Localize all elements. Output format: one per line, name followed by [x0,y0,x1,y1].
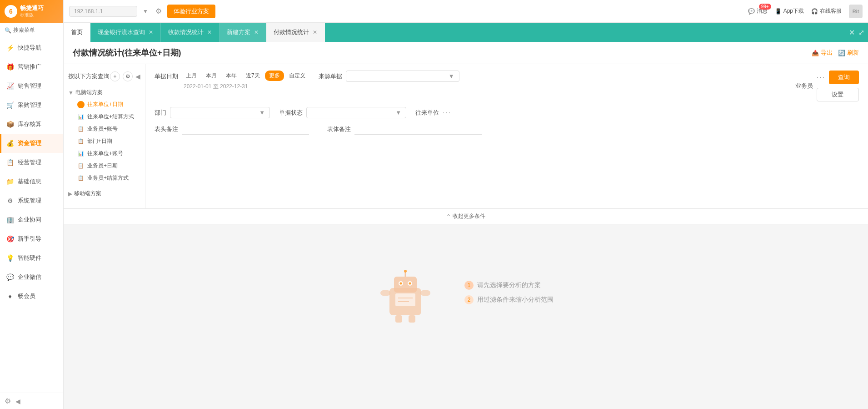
source-field: 来源单据 ▼ [319,71,786,82]
user-avatar[interactable]: Rit [849,5,863,18]
empty-state: 1 请先选择要分析的方案 2 用过滤条件来缩小分析范围 [378,270,554,315]
refresh-button[interactable]: 🔄 刷新 [838,49,859,57]
sidebar-item-jingying[interactable]: 📋 经营管理 [0,153,63,172]
date-field: 单据日期 上月 本月 本年 近7天 更多 自定义 [155,71,309,91]
tab-close-all[interactable]: ✕ [849,28,855,37]
date-btn-last-month[interactable]: 上月 [182,71,201,81]
status-field: 单据状态 ▼ [279,107,406,118]
online-service-action[interactable]: 🎧 在线客服 [811,7,842,15]
scheme-item-staff-account[interactable]: 📋 业务员+账号 [75,123,140,135]
date-btn-this-month[interactable]: 本月 [202,71,221,81]
messages-action[interactable]: 💬 消息 99+ [748,7,768,15]
sidebar-item-kucun[interactable]: 📦 库存核算 [0,115,63,134]
svg-rect-10 [380,290,390,296]
date-buttons: 上月 本月 本年 近7天 更多 自定义 [182,71,309,81]
sidebar-item-caigou[interactable]: 🛒 采购管理 [0,96,63,115]
staff-label: 业务员 [795,82,813,90]
trial-button[interactable]: 体验行业方案 [167,5,215,18]
scheme-item-staff-date[interactable]: 📋 业务员+日期 [75,160,140,172]
table-icon-4: 📋 [77,175,85,182]
head-note-input[interactable] [182,124,309,135]
tab-close-income[interactable]: ✕ [207,29,212,35]
add-scheme-btn[interactable]: + [110,71,120,81]
tab-maximize[interactable]: ⤢ [858,28,864,37]
date-btn-custom[interactable]: 自定义 [285,71,309,81]
sidebar-item-xitong[interactable]: ⚙ 系统管理 [0,191,63,210]
empty-tips: 1 请先选择要分析的方案 2 用过滤条件来缩小分析范围 [464,281,554,304]
pc-section-header[interactable]: ▼ 电脑端方案 [68,87,140,98]
staff-dots[interactable]: ··· [817,73,825,81]
collapse-sidebar-icon[interactable]: ◀ [15,398,20,405]
body-note-label: 表体备注 [327,125,351,133]
message-icon: 💬 [748,8,755,15]
nav-icon-kuaijie: ⚡ [6,44,14,52]
page-content: 付款情况统计(往来单位+日期) 📤 导出 🔄 刷新 [64,42,868,409]
tab-bank[interactable]: 现金银行流水查询 ✕ [90,23,161,42]
empty-tip-2: 2 用过滤条件来缩小分析范围 [464,295,554,304]
pc-section-arrow: ▼ [68,90,74,96]
sidebar-item-yingxiao[interactable]: 🎁 营销推广 [0,57,63,76]
dept-field: 部门 ▼ [155,107,270,118]
export-button[interactable]: 📤 导出 [812,49,833,57]
body-note-field: 表体备注 [327,124,482,135]
app-download-action[interactable]: 📱 App下载 [775,7,804,15]
scheme-item-dept-date[interactable]: 📋 部门+日期 [75,135,140,147]
scheme-item-staff-settle[interactable]: 📋 业务员+结算方式 [75,172,140,184]
filter-row-1: 单据日期 上月 本月 本年 近7天 更多 自定义 [155,71,859,101]
sidebar-header: 6 畅捷通巧 标准版 [0,0,63,23]
scheme-item-unit-date[interactable]: 往来单位+日期 [75,98,140,111]
date-options: 上月 本月 本年 近7天 更多 自定义 2022-01-01 至 2022-12… [182,71,309,91]
manage-scheme-btn[interactable]: ⚙ [123,71,133,81]
tab-income[interactable]: 收款情况统计 ✕ [161,23,219,42]
query-button[interactable]: 查询 [829,71,859,84]
search-menu[interactable]: 🔍 搜索菜单 [0,23,63,38]
tab-close-new[interactable]: ✕ [254,29,259,35]
settings-btn-top[interactable]: ⚙ [154,5,164,17]
filter-fields: 单据日期 上月 本月 本年 近7天 更多 自定义 [145,64,868,208]
dept-select[interactable]: ▼ [170,107,270,118]
sidebar-item-chang[interactable]: ♦ 畅会员 [0,287,63,306]
tab-new[interactable]: 新建方案 ✕ [219,23,266,42]
settings-icon[interactable]: ⚙ [5,397,11,405]
nav-icon-chang: ♦ [6,292,14,300]
tab-close-payment[interactable]: ✕ [313,29,317,35]
sidebar-item-xinshou[interactable]: 🎯 新手引导 [0,229,63,248]
logo-text: 畅捷通巧 标准版 [20,5,44,18]
source-select[interactable]: ▼ [346,71,459,82]
date-btn-this-year[interactable]: 本年 [222,71,241,81]
body-note-input[interactable] [354,124,482,135]
main-content: 192.168.1.1 ▼ ⚙ 体验行业方案 💬 消息 99+ 📱 App下载 … [64,0,868,409]
collapse-scheme-btn[interactable]: ◀ [135,73,140,80]
nav-icon-caigou: 🛒 [6,101,14,109]
nav-icon-xitong: ⚙ [6,197,14,205]
mobile-section-header[interactable]: ▶ 移动端方案 [68,188,140,199]
date-btn-7days[interactable]: 近7天 [242,71,264,81]
scheme-panel: 按以下方案查询 + ⚙ ◀ ▼ 电脑端方案 [64,64,145,208]
date-btn-more[interactable]: 更多 [265,71,284,81]
sidebar-item-qiye[interactable]: 🏢 企业协同 [0,210,63,229]
tab-close-bank[interactable]: ✕ [149,29,153,35]
tab-end-buttons: ✕ ⤢ [845,23,868,42]
sidebar-item-xiaoshou[interactable]: 📈 销售管理 [0,76,63,96]
filter-row-2: 部门 ▼ 单据状态 ▼ [155,107,859,118]
collapse-more-bar: ⌃ 收起更多条件 [64,209,868,224]
tab-home[interactable]: 首页 [64,23,90,42]
scheme-item-unit-account[interactable]: 📊 往来单位+账号 [75,147,140,160]
scheme-item-unit-settle[interactable]: 📊 往来单位+结算方式 [75,111,140,123]
tab-payment[interactable]: 付款情况统计 ✕ [266,23,325,42]
status-select[interactable]: ▼ [306,107,406,118]
sidebar-item-zijin[interactable]: 💰 资金管理 [0,134,63,153]
sidebar-item-kuaijie[interactable]: ⚡ 快捷导航 [0,38,63,57]
settings-button[interactable]: 设置 [817,88,859,101]
sidebar-item-jichu[interactable]: 📁 基础信息 [0,172,63,191]
sidebar-item-weixin[interactable]: 💬 企业微信 [0,268,63,287]
nav-icon-qiye: 🏢 [6,216,14,224]
partner-dots[interactable]: ··· [443,109,451,117]
collapse-more-btn[interactable]: ⌃ 收起更多条件 [446,212,485,220]
dept-dropdown-icon: ▼ [259,109,265,116]
staff-input-row: ··· 查询 [817,71,859,84]
sidebar-item-zhinen[interactable]: 💡 智能硬件 [0,248,63,268]
top-bar-right: 💬 消息 99+ 📱 App下载 🎧 在线客服 Rit [748,5,863,18]
address-bar[interactable]: 192.168.1.1 [69,6,137,17]
nav-dropdown-btn[interactable]: ▼ [141,6,150,16]
